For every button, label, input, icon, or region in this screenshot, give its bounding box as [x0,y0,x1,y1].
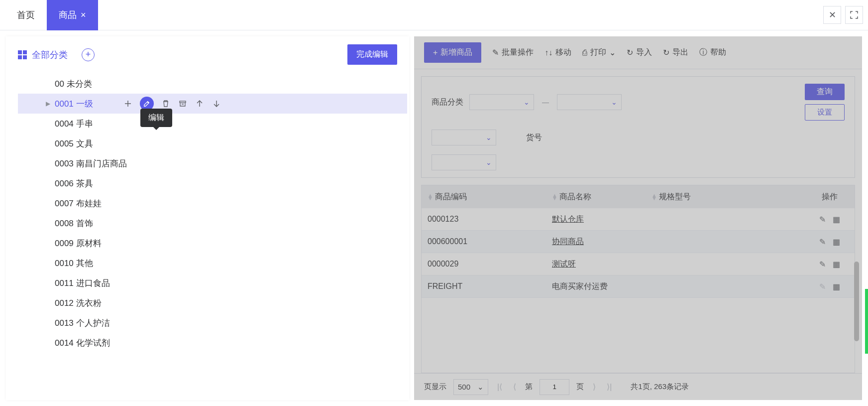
tree-item[interactable]: 0004 手串 [18,114,407,134]
grid-icon [18,50,27,59]
tab-bar: 首页 商品 × ✕ [0,0,868,30]
tree-item-selected[interactable]: ▶ 0001 一级 [18,94,407,114]
close-icon[interactable]: × [81,10,86,20]
add-child-icon[interactable] [123,99,133,109]
move-down-icon[interactable] [212,99,221,109]
finish-edit-button[interactable]: 完成编辑 [347,44,397,65]
fullscreen-button[interactable] [845,6,863,24]
move-up-icon[interactable] [195,99,205,109]
tree-item[interactable]: 0012 洗衣粉 [18,293,407,313]
product-panel: +新增商品 ✎批量操作 ↑↓移动 ⎙打印⌄ ↻导入 ↻导出 ⓘ帮助 商品分类 ⌄… [414,36,862,400]
category-panel: 全部分类 + 完成编辑 编辑 00 未分类 ▶ 0001 一级 [6,36,409,400]
all-categories[interactable]: 全部分类 + [18,48,95,61]
tree-item[interactable]: 0003 南昌门店商品 [18,153,407,173]
tree-item[interactable]: 0010 其他 [18,253,407,273]
tree-item[interactable]: 0013 个人护洁 [18,313,407,333]
tree-item[interactable]: 0011 进口食品 [18,273,407,293]
tree-item[interactable]: 0007 布娃娃 [18,193,407,213]
expand-icon[interactable]: ▶ [46,100,50,107]
delete-icon[interactable] [161,99,171,109]
tree-item[interactable]: 0006 茶具 [18,173,407,193]
fullscreen-icon [850,11,858,19]
tree-item[interactable]: 0014 化学试剂 [18,333,407,353]
tree-item[interactable]: 0005 文具 [18,134,407,153]
tab-products[interactable]: 商品 × [47,0,98,30]
tree-item[interactable]: 00 未分类 [18,74,407,94]
tree-item[interactable]: 0008 首饰 [18,213,407,233]
category-tree[interactable]: 00 未分类 ▶ 0001 一级 0004 手串 0005 文具 0003 [18,74,409,400]
archive-icon[interactable] [178,99,188,109]
tree-item[interactable]: 0009 原材料 [18,233,407,253]
tooltip: 编辑 [140,109,172,127]
svg-rect-0 [180,101,186,103]
modal-overlay[interactable] [414,36,862,400]
side-accent [865,289,868,354]
close-all-button[interactable]: ✕ [823,6,841,24]
add-category-button[interactable]: + [82,48,95,61]
tab-home[interactable]: 首页 [5,0,47,30]
